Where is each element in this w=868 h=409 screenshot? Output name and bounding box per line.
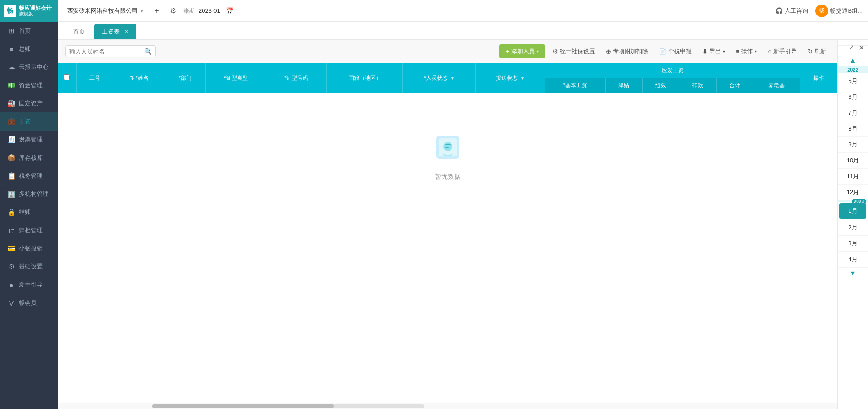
tab-home[interactable]: 首页 <box>65 24 92 39</box>
multi-org-icon: 🏢 <box>7 190 15 198</box>
tab-close-icon[interactable]: ✕ <box>124 29 129 35</box>
year-badge-2023: 2023 <box>852 199 866 204</box>
month-2022-11[interactable]: 11月 <box>838 169 868 185</box>
invoice-icon: 🧾 <box>7 136 15 144</box>
cloud-icon: ☁ <box>7 63 15 71</box>
month-2023-01[interactable]: 1月 <box>839 203 866 219</box>
sidebar-item-member[interactable]: V 畅会员 <box>0 294 58 312</box>
sidebar-item-closing[interactable]: 🔒 结账 <box>0 203 58 221</box>
company-settings-button[interactable]: ⚙ <box>167 5 179 17</box>
social-security-button[interactable]: ⚙ 统一社保设置 <box>549 45 599 58</box>
year-section-2022: 2022 5月 6月 7月 8月 9月 10月 11月 12月 <box>838 66 868 200</box>
member-icon: V <box>7 299 15 307</box>
main-area: 西安矽米网络科技有限公司 ▾ + ⚙ 账期 2023-01 📅 🎧 人工咨询 畅… <box>58 0 868 409</box>
month-2022-12[interactable]: 12月 <box>838 185 868 200</box>
date-panel: ⤢ ✕ ▲ 2022 5月 6月 7月 8月 9月 10月 11月 12月 <box>837 40 868 409</box>
logo-icon: 畅 <box>4 5 16 17</box>
sidebar-nav: ⊞ 首页 ≡ 总账 ☁ 云报表中心 💵 资金管理 🏭 固定资产 💼 工资 🧾 发… <box>0 22 58 409</box>
plus-icon: + <box>155 7 159 15</box>
svg-rect-4 <box>445 146 451 146</box>
tax-icon: 📋 <box>7 172 15 180</box>
check-all-checkbox[interactable] <box>64 74 70 80</box>
expand-icon[interactable]: ⤢ <box>849 44 854 51</box>
col-report-status: 报送状态 ▼ <box>476 63 545 93</box>
settings-icon: ⚙ <box>7 263 15 271</box>
sidebar-item-tax[interactable]: 📋 税务管理 <box>0 167 58 185</box>
period-label: 账期 <box>183 7 195 15</box>
col-id: 工号 <box>76 63 113 93</box>
sidebar-item-cloud-report[interactable]: ☁ 云报表中心 <box>0 58 58 76</box>
date-scroll-down-button[interactable]: ▼ <box>838 268 868 279</box>
sidebar-item-fund[interactable]: 💵 资金管理 <box>0 76 58 94</box>
sidebar-item-expense[interactable]: 💳 小畅报销 <box>0 239 58 258</box>
month-2022-05[interactable]: 5月 <box>838 73 868 89</box>
inventory-icon: 📦 <box>7 154 15 162</box>
guide-button[interactable]: ○ 新手引导 <box>764 45 800 58</box>
scroll-thumb[interactable] <box>152 404 334 408</box>
month-2023-04[interactable]: 4月 <box>838 252 868 268</box>
table-wrapper: 工号 ⇅ *姓名 *部门 *证型类型 <box>58 63 837 403</box>
col-base-salary: *基本工资 <box>545 78 605 93</box>
tabbar: 首页 工资表 ✕ <box>58 22 868 40</box>
tax-report-button[interactable]: 📄 个税申报 <box>655 45 695 58</box>
add-person-button[interactable]: + 添加人员 ▾ <box>499 44 545 58</box>
month-2022-09[interactable]: 9月 <box>838 137 868 153</box>
avatar: 畅 <box>815 5 828 17</box>
expense-icon: 💳 <box>7 244 15 253</box>
search-box[interactable]: 🔍 <box>65 45 156 57</box>
special-deduction-button[interactable]: ⊕ 专项附加扣除 <box>602 45 652 58</box>
month-2023-03[interactable]: 3月 <box>838 236 868 252</box>
tab-salary-table[interactable]: 工资表 ✕ <box>94 24 136 39</box>
sidebar-item-multi-org[interactable]: 🏢 多机构管理 <box>0 185 58 203</box>
home-icon: ⊞ <box>7 27 15 35</box>
svg-rect-3 <box>445 144 451 145</box>
user-menu[interactable]: 畅 畅捷通B组... <box>815 5 863 17</box>
scroll-area[interactable] <box>58 403 837 409</box>
col-id-number: *证型号码 <box>266 63 326 93</box>
col-status: *人员状态 ▼ <box>403 63 476 93</box>
col-name: ⇅ *姓名 <box>113 63 165 93</box>
add-company-button[interactable]: + <box>150 5 163 17</box>
month-2022-07[interactable]: 7月 <box>838 105 868 121</box>
table-header-row: 工号 ⇅ *姓名 *部门 *证型类型 <box>58 63 837 78</box>
sidebar-item-ledger[interactable]: ≡ 总账 <box>0 40 58 58</box>
date-scroll-up-button[interactable]: ▲ <box>838 54 868 66</box>
sidebar-item-guide[interactable]: ● 新手引导 <box>0 276 58 294</box>
sidebar-item-salary[interactable]: 💼 工资 <box>0 112 58 131</box>
search-icon: 🔍 <box>144 48 152 55</box>
support-button[interactable]: 🎧 人工咨询 <box>776 7 808 15</box>
operation-button[interactable]: ≡ 操作 ▾ <box>732 45 761 58</box>
company-selector[interactable]: 西安矽米网络科技有限公司 ▾ <box>63 5 147 17</box>
refresh-button[interactable]: ↻ 刷新 <box>804 45 830 58</box>
month-2023-02[interactable]: 2月 <box>838 220 868 236</box>
sidebar-item-fixed-asset[interactable]: 🏭 固定资产 <box>0 94 58 112</box>
sidebar-item-archive[interactable]: 🗂 归档管理 <box>0 221 58 239</box>
empty-icon <box>430 129 466 166</box>
col-deduction: 扣款 <box>679 78 716 93</box>
sidebar-item-home[interactable]: ⊞ 首页 <box>0 22 58 40</box>
refresh-icon: ↻ <box>808 48 813 55</box>
date-list: ▲ 2022 5月 6月 7月 8月 9月 10月 11月 12月 2023 <box>838 54 868 409</box>
month-2022-10[interactable]: 10月 <box>838 153 868 169</box>
month-2022-06[interactable]: 6月 <box>838 89 868 105</box>
month-2022-08[interactable]: 8月 <box>838 121 868 137</box>
year-label-2023: 2023 <box>838 200 868 202</box>
content-area: 🔍 + 添加人员 ▾ ⚙ 统一社保设置 ⊕ 专项附加扣除 📄 <box>58 40 868 409</box>
close-date-panel-button[interactable]: ✕ <box>858 44 864 52</box>
asset-icon: 🏭 <box>7 99 15 107</box>
salary-toolbar: 🔍 + 添加人员 ▾ ⚙ 统一社保设置 ⊕ 专项附加扣除 📄 <box>58 40 837 63</box>
closing-icon: 🔒 <box>7 208 15 216</box>
scroll-track <box>152 404 424 408</box>
social-security-icon: ⚙ <box>553 48 558 55</box>
operation-dropdown-icon: ▾ <box>755 49 757 54</box>
sidebar-item-settings[interactable]: ⚙ 基础设置 <box>0 258 58 276</box>
report-filter-icon[interactable]: ▼ <box>520 76 525 81</box>
export-button[interactable]: ⬇ 导出 ▾ <box>699 45 729 58</box>
status-filter-icon[interactable]: ▼ <box>450 76 455 81</box>
sidebar-item-inventory[interactable]: 📦 库存核算 <box>0 149 58 167</box>
date-top-bar: ⤢ ✕ <box>838 40 868 46</box>
operation-icon: ≡ <box>736 48 740 55</box>
sidebar-item-invoice[interactable]: 🧾 发票管理 <box>0 131 58 149</box>
calendar-icon[interactable]: 📅 <box>226 7 233 15</box>
search-input[interactable] <box>69 48 141 55</box>
